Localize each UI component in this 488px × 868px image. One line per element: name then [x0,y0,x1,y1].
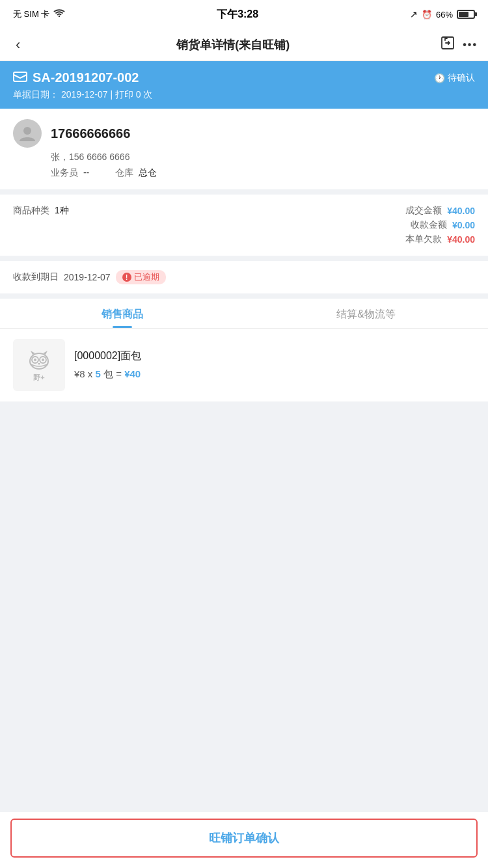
due-date-value: 2019-12-07 [64,272,111,282]
status-bar: 无 SIM 卡 下午3:28 ↗ ⏰ 66% [0,0,488,29]
product-info: [0000002]面包 ¥8 x 5 包 = ¥40 [74,349,475,381]
tab-settlement-logistics[interactable]: 结算&物流等 [244,299,488,328]
product-thumbnail: 野+ [13,339,65,391]
customer-card: 17666666666 张，156 6666 6666 业务员 -- 仓库 总仓 [0,109,488,189]
product-item: 野+ [0000002]面包 ¥8 x 5 包 = ¥40 [0,329,488,401]
svg-point-2 [23,127,31,135]
overdue-warning-icon: ! [122,273,131,282]
product-type-row: 商品种类 1种 [13,205,244,217]
due-date-label: 收款到期日 [13,271,59,283]
back-button[interactable]: ‹ [10,31,25,59]
battery-text: 66% [436,10,453,20]
tab-sales-products[interactable]: 销售商品 [0,299,244,328]
customer-main-row: 17666666666 [13,119,475,148]
summary-card: 商品种类 1种 成交金额 ¥40.00 收款金额 ¥0.00 本单欠款 ¥40.… [0,195,488,256]
more-button[interactable]: ••• [463,39,478,51]
svg-rect-1 [14,72,27,81]
transaction-row: 成交金额 ¥40.00 [405,205,475,217]
status-right-icons: ↗ ⏰ 66% [410,9,475,20]
order-banner: SA-20191207-002 🕐 待确认 单据日期： 2019-12-07 |… [0,61,488,109]
confirm-order-button[interactable]: 旺铺订单确认 [10,819,478,858]
order-icon [13,70,27,85]
owed-row: 本单欠款 ¥40.00 [405,234,475,245]
nav-actions: ••• [441,36,478,53]
order-status: 🕐 待确认 [434,72,475,84]
sales-rep: 业务员 -- [51,167,89,179]
overdue-badge: ! 已逾期 [116,270,166,284]
carrier-text: 无 SIM 卡 [13,8,49,20]
wifi-icon [53,9,65,20]
svg-point-5 [34,359,36,361]
order-number: SA-20191207-002 [13,70,139,85]
share-icon[interactable] [441,36,455,53]
summary-left: 商品种类 1种 [13,205,244,217]
customer-contact: 张，156 6666 6666 [51,152,475,163]
customer-meta: 业务员 -- 仓库 总仓 [51,167,475,179]
alarm-icon: ⏰ [422,10,432,20]
status-time: 下午3:28 [217,8,258,21]
svg-point-7 [42,359,44,361]
received-row: 收款金额 ¥0.00 [411,219,475,231]
summary-right: 成交金额 ¥40.00 收款金额 ¥0.00 本单欠款 ¥40.00 [244,205,475,245]
location-icon: ↗ [410,9,418,20]
customer-phone: 17666666666 [51,126,130,141]
avatar [13,119,42,148]
product-section: 野+ [0000002]面包 ¥8 x 5 包 = ¥40 [0,329,488,401]
status-carrier: 无 SIM 卡 [13,8,65,20]
confirm-button-container: 旺铺订单确认 [0,812,488,868]
tab-bar: 销售商品 结算&物流等 [0,299,488,329]
status-clock-icon: 🕐 [434,73,445,83]
bottom-area [0,401,488,545]
nav-bar: ‹ 销货单详情(来自旺铺) ••• [0,29,488,61]
battery-icon [457,10,475,19]
product-name: [0000002]面包 [74,349,475,363]
due-date-card: 收款到期日 2019-12-07 ! 已逾期 [0,261,488,293]
warehouse: 仓库 总仓 [115,167,157,179]
overdue-text: 已逾期 [134,271,159,283]
page-title: 销货单详情(来自旺铺) [25,37,441,53]
product-logo: 野+ [25,348,53,383]
order-date: 单据日期： 2019-12-07 | 打印 0 次 [13,89,475,101]
product-price: ¥8 x 5 包 = ¥40 [74,368,475,381]
